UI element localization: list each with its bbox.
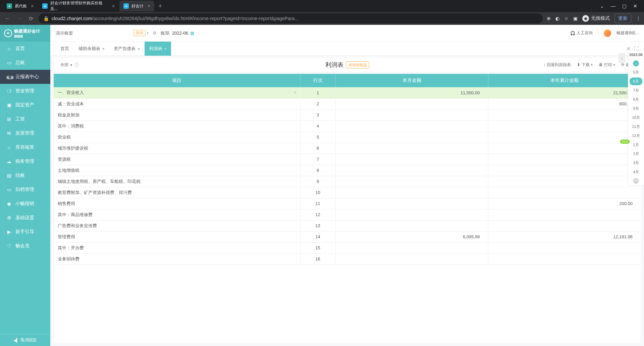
avatar[interactable] — [604, 30, 611, 37]
close-icon[interactable]: × — [164, 47, 166, 51]
month-item[interactable]: 11月 — [628, 122, 644, 131]
breadcrumb-tab-2[interactable]: 资产负债表× — [109, 42, 144, 56]
user-name[interactable]: 畅捷通B组... — [616, 30, 639, 36]
sidebar-item-4[interactable]: ▣固定资产 — [0, 98, 50, 112]
table-row[interactable]: 业务招待费 16 — [54, 253, 641, 264]
scroll-up-icon[interactable]: ⌃ — [633, 60, 639, 66]
star-icon[interactable]: ☆ — [564, 16, 569, 21]
print-button[interactable]: 🖶 打印 ▾ — [599, 62, 615, 68]
table-row[interactable]: 资源税 7 — [54, 154, 641, 165]
table-wrap[interactable]: 项目 行次 本月金额 本年累计金额 一、营业收入✎ 1 11,500.00 21… — [54, 74, 641, 343]
minimize-icon[interactable]: — — [611, 3, 615, 9]
month-item[interactable]: 2月 — [628, 149, 644, 158]
url-box[interactable]: 🔒 cloud2.chanjet.com/accounting/uh26t264… — [39, 13, 543, 23]
edit-icon[interactable]: ✎ — [293, 90, 297, 95]
breadcrumb-tab-1[interactable]: 辅助余额表× — [74, 42, 109, 56]
close-icon[interactable]: × — [112, 3, 115, 9]
browser-tab-2[interactable]: ✦ 好会计财务管理软件购买价格及... × — [38, 1, 119, 11]
browser-tab-3[interactable]: ✦ 好会计 × — [119, 1, 154, 11]
maximize-icon[interactable]: ▢ — [622, 3, 627, 9]
month-item[interactable]: 4月 — [628, 167, 644, 177]
logo[interactable]: ✦ 畅捷通好会计 旗舰版 — [0, 25, 50, 42]
download-button[interactable]: ⬇ 下载 ▾ — [577, 62, 593, 68]
month-item[interactable]: 6月 — [630, 78, 642, 85]
chevron-down-icon[interactable]: ⌄ — [600, 3, 604, 9]
table-row[interactable]: 城市维护建设税 6 — [54, 143, 641, 154]
table-row[interactable]: 土地增值税 8 — [54, 165, 641, 176]
month-strip-year[interactable]: 2022.06 — [628, 51, 644, 59]
month-item[interactable]: 1月 — [628, 140, 644, 149]
scroll-down-icon[interactable]: ⌄ — [633, 178, 639, 184]
table-row[interactable]: 城镇土地使用税、房产税、车船税、印花税 9 — [54, 176, 641, 187]
account-name[interactable]: 演示账套 — [56, 30, 73, 36]
update-button[interactable]: 更新 — [614, 14, 631, 23]
sidebar-footer[interactable]: ◀▎ 取消固定 — [0, 334, 50, 346]
month-item[interactable]: 10月 — [628, 113, 644, 122]
back-icon[interactable]: ← — [3, 14, 11, 23]
month-item[interactable]: 3月 — [628, 158, 644, 167]
table-row[interactable]: 税金及附加 3 — [54, 109, 641, 120]
sidebar-item-7[interactable]: ⌂库存核算 — [0, 140, 50, 154]
month-item[interactable]: 8月 — [628, 95, 644, 104]
table-row[interactable]: 销售费用 11 200.00 — [54, 198, 641, 209]
extension-icon[interactable]: ◐ — [555, 16, 559, 21]
tab-label: 易代账 — [15, 3, 27, 9]
calendar-icon[interactable]: ▦ — [190, 31, 194, 36]
table-scroll-right[interactable]: › — [619, 53, 625, 63]
table-row[interactable]: 减：营业成本 2 800.00 — [54, 98, 641, 109]
restore-button[interactable]: ↓ 回退到原报表 — [543, 62, 571, 68]
sidebar-item-11[interactable]: ◉小畅报销 — [0, 197, 50, 211]
customer-service[interactable]: 🎧 人工咨询 — [570, 30, 593, 36]
close-icon[interactable]: × — [102, 47, 104, 51]
close-icon[interactable]: × — [138, 47, 140, 51]
sidebar-label: 工资 — [15, 116, 25, 122]
forward-icon[interactable]: → — [15, 14, 23, 23]
table-row[interactable]: 其中：消费税 4 — [54, 120, 641, 132]
disable-tag[interactable]: 禁用 — [133, 30, 146, 36]
reload-icon[interactable]: ⟳ — [28, 14, 35, 23]
month-item[interactable]: 7月 — [628, 86, 644, 95]
report-title: 利润表 — [325, 61, 343, 69]
close-icon[interactable]: × — [148, 3, 150, 9]
gear-icon[interactable]: ⚙ — [153, 31, 157, 36]
tab-label: 好会计 — [131, 3, 144, 9]
sidebar-item-13[interactable]: ▶新手引导 — [0, 225, 50, 239]
month-item[interactable]: 5月 — [628, 68, 644, 77]
table-row[interactable]: 其中：商品维修费 12 — [54, 209, 641, 220]
menu-icon[interactable]: ⋮ — [636, 16, 641, 21]
table-row[interactable]: 其中：开办费 15 — [54, 242, 641, 253]
close-window-icon[interactable]: ✕ — [633, 3, 637, 9]
sidebar-item-5[interactable]: ⊞工资 — [0, 112, 50, 126]
month-item[interactable]: 12月 — [628, 131, 644, 140]
month-item[interactable]: 9月 — [628, 104, 644, 113]
cell-month — [335, 187, 488, 198]
tab-label: 利润表 — [149, 46, 162, 52]
table-row[interactable]: 营业税 5 — [54, 132, 641, 143]
chevron-down-icon[interactable]: ▾ — [147, 31, 149, 35]
sidebar-item-6[interactable]: ✉发票管理 — [0, 126, 50, 140]
help-icon[interactable]: ? — [74, 62, 79, 67]
table-row[interactable]: 一、营业收入✎ 1 11,500.00 21,500.00 — [54, 87, 641, 98]
breadcrumb-tab-3[interactable]: 利润表× — [145, 42, 171, 56]
browser-tab-1[interactable]: ✦ 易代账 × — [3, 1, 38, 11]
breadcrumb-tab-0[interactable]: 首页 — [56, 42, 74, 56]
sidebar-item-10[interactable]: ▭归档管理 — [0, 183, 50, 197]
sidebar-item-8[interactable]: ☁税务管理 — [0, 154, 50, 168]
table-row[interactable]: 广告费和业务宣传费 13 — [54, 220, 641, 231]
sidebar-item-1[interactable]: ▭总账 — [0, 56, 50, 70]
sidebar-item-14[interactable]: ♡畅会员 — [0, 239, 50, 253]
sidebar-item-3[interactable]: ❍资金管理 — [0, 84, 50, 98]
sidebar-label: 资金管理 — [15, 88, 34, 94]
new-tab-button[interactable]: + — [155, 3, 165, 10]
sidebar-item-9[interactable]: ▤结账 — [0, 168, 50, 183]
table-row[interactable]: 教育费附加、矿产资源补偿费、排污费 10 — [54, 187, 641, 198]
sidebar-item-0[interactable]: ⌂首页 — [0, 42, 50, 56]
extensions-icon[interactable]: ▣ — [573, 16, 578, 21]
zoom-icon[interactable]: ⊕ — [547, 16, 551, 21]
sidebar-item-2[interactable]: ⫹⫺云报表中心 — [0, 70, 50, 84]
close-icon[interactable]: × — [31, 3, 34, 9]
filter-dropdown[interactable]: 全部 ▾ ? — [60, 62, 79, 68]
table-row[interactable]: 管理费用 14 6,095.98 12,191.96 — [54, 231, 641, 242]
pin-icon: ◀▎ — [13, 338, 19, 343]
sidebar-item-12[interactable]: ⚙基础设置 — [0, 211, 50, 225]
